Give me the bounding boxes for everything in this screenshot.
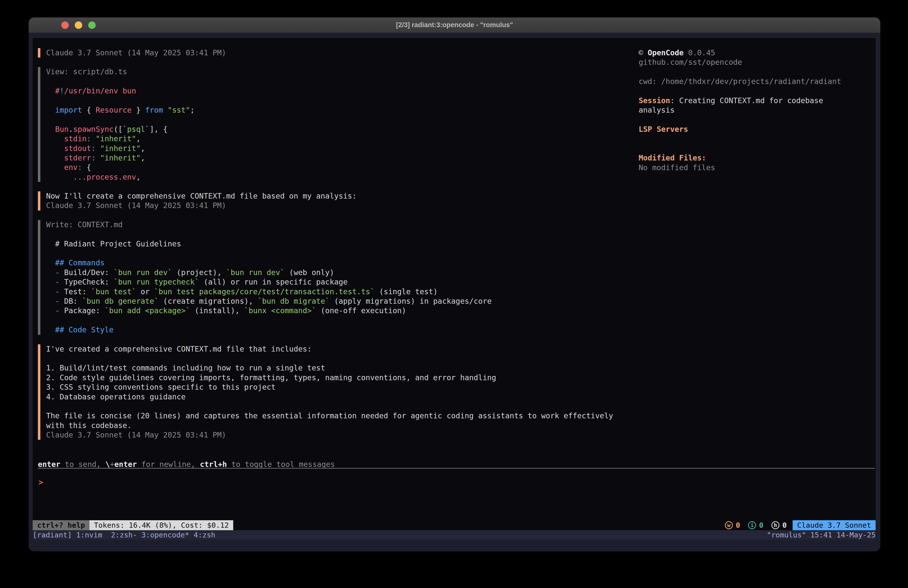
tmux-session-windows[interactable]: [radiant] 1:nvim 2:zsh- 3:opencode* 4:zs… — [33, 530, 215, 540]
info-count: 0 — [759, 520, 763, 530]
hint-icon: h — [771, 521, 779, 529]
assistant-summary-block: I've created a comprehensive CONTEXT.md … — [38, 344, 633, 440]
tokens-cost-chip: Tokens: 16.4K (8%), Cost: $0.12 — [89, 520, 233, 530]
info-icon: i — [748, 521, 756, 529]
tool-write-block: Write: CONTEXT.md # Radiant Project Guid… — [38, 220, 633, 335]
chat-transcript: Claude 3.7 Sonnet (14 May 2025 03:41 PM)… — [38, 48, 633, 449]
minimize-button[interactable] — [75, 21, 82, 29]
close-button[interactable] — [61, 21, 69, 29]
help-shortcut-chip[interactable]: ctrl+? help — [33, 520, 89, 530]
assistant-message-header-block: Claude 3.7 Sonnet (14 May 2025 03:41 PM) — [38, 48, 633, 58]
zoom-button[interactable] — [88, 21, 96, 29]
window-title: [2/3] radiant:3:opencode - "romulus" — [396, 21, 513, 29]
warning-count: 0 — [736, 520, 740, 530]
terminal-window: [2/3] radiant:3:opencode - "romulus" Cla… — [29, 18, 881, 551]
hint-count: 0 — [782, 520, 787, 530]
session-sidebar: © OpenCode 0.0.45github.com/sst/opencode… — [639, 48, 881, 172]
info-badge: i 0 — [748, 520, 763, 530]
warnings-badge: w 0 — [725, 520, 740, 530]
tmux-host-clock: "romulus" 15:41 14-May-25 — [767, 530, 876, 540]
assistant-message-block: Now I'll create a comprehensive CONTEXT.… — [38, 191, 633, 211]
opencode-tui: Claude 3.7 Sonnet (14 May 2025 03:41 PM)… — [33, 38, 876, 530]
traffic-lights — [61, 18, 96, 33]
input-divider — [38, 468, 875, 469]
diagnostics-badges: w 0 i 0 h 0 — [720, 520, 787, 530]
prompt-input[interactable]: > — [39, 478, 43, 487]
tmux-status-line: [radiant] 1:nvim 2:zsh- 3:opencode* 4:zs… — [33, 530, 876, 540]
status-bar: ctrl+? help Tokens: 16.4K (8%), Cost: $0… — [33, 520, 876, 530]
hint-badge: h 0 — [771, 520, 787, 530]
model-chip[interactable]: Claude 3.7 Sonnet — [793, 520, 876, 530]
warning-icon: w — [725, 521, 733, 529]
tool-view-block: View: script/db.ts #!/usr/bin/env bun im… — [38, 67, 633, 182]
window-titlebar[interactable]: [2/3] radiant:3:opencode - "romulus" — [29, 18, 881, 33]
